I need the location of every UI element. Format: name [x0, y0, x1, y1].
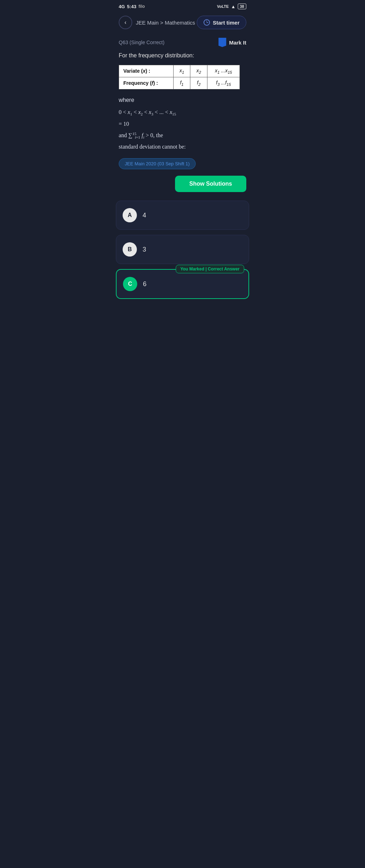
option-b-value: 3 — [143, 246, 146, 253]
question-content: For the frequency distribution: Variate … — [113, 51, 252, 192]
condition-2: = 10 — [119, 118, 246, 130]
option-a-badge: A — [123, 208, 137, 222]
timer-label: Start timer — [213, 20, 240, 26]
start-timer-button[interactable]: Start timer — [197, 16, 246, 29]
option-c[interactable]: You Marked | Correct Answer C 6 — [116, 269, 249, 299]
status-right: VoLTE ▲ 38 — [217, 4, 246, 9]
header: ‹ JEE Main > Mathematics Start timer — [113, 11, 252, 33]
time-display: 5:43 — [127, 4, 136, 9]
battery-indicator: 38 — [238, 4, 246, 9]
correct-answer-label: You Marked | Correct Answer — [176, 265, 244, 273]
back-button[interactable]: ‹ — [119, 16, 132, 29]
table-x1: x1 — [173, 65, 190, 77]
status-left: 4G 5:43 filo — [119, 4, 145, 9]
carrier-signal: 4G — [119, 4, 125, 9]
table-f3-f15: f3 ...f15 — [207, 77, 240, 89]
table-x1-x15: x1 ...x15 — [207, 65, 240, 77]
table-row-frequency: Frequency (f) : f1 f2 f3 ...f15 — [119, 77, 240, 89]
show-solutions-button[interactable]: Show Solutions — [175, 176, 246, 192]
option-c-badge: C — [123, 277, 137, 291]
condition-1: 0 < x1 < x2 < x3 < ... < x15 — [119, 107, 246, 118]
header-left: ‹ JEE Main > Mathematics — [119, 16, 195, 29]
where-text: where — [119, 95, 246, 105]
option-b-badge: B — [123, 242, 137, 257]
condition-4: standard deviation cannot be: — [119, 141, 246, 153]
table-x2: x2 — [190, 65, 207, 77]
wifi-icon: ▲ — [231, 4, 236, 9]
options-list: A 4 B 3 You Marked | Correct Answer C 6 — [113, 201, 252, 299]
table-f1: f1 — [173, 77, 190, 89]
table-f2: f2 — [190, 77, 207, 89]
table-frequency-label: Frequency (f) : — [119, 77, 174, 89]
exam-tag: JEE Main 2020 (03 Sep Shift 1) — [119, 158, 196, 169]
table-row-variate: Variate (x) : x1 x2 x1 ...x15 — [119, 65, 240, 77]
bookmark-icon — [219, 38, 226, 47]
option-a-value: 4 — [143, 212, 146, 219]
question-intro-text: For the frequency distribution: — [119, 51, 246, 60]
mark-it-label: Mark It — [229, 40, 246, 46]
question-label: Q63 (Single Correct) — [119, 40, 164, 45]
condition-3: and ∑15i=1 fi > 0, the — [119, 130, 246, 141]
option-a[interactable]: A 4 — [116, 201, 249, 230]
breadcrumb: JEE Main > Mathematics — [136, 20, 195, 26]
question-meta: Q63 (Single Correct) Mark It — [113, 36, 252, 51]
status-bar: 4G 5:43 filo VoLTE ▲ 38 — [113, 0, 252, 11]
app-name: filo — [138, 4, 145, 9]
math-conditions: where 0 < x1 < x2 < x3 < ... < x15 = 10 … — [119, 95, 246, 153]
mark-it-button[interactable]: Mark It — [219, 38, 246, 47]
timer-icon — [204, 19, 210, 26]
option-c-value: 6 — [143, 280, 146, 288]
table-variate-label: Variate (x) : — [119, 65, 174, 77]
option-b[interactable]: B 3 — [116, 235, 249, 264]
frequency-table: Variate (x) : x1 x2 x1 ...x15 Frequency … — [119, 65, 240, 89]
solutions-button-wrapper: Show Solutions — [119, 176, 246, 192]
volte-indicator: VoLTE — [217, 4, 229, 9]
